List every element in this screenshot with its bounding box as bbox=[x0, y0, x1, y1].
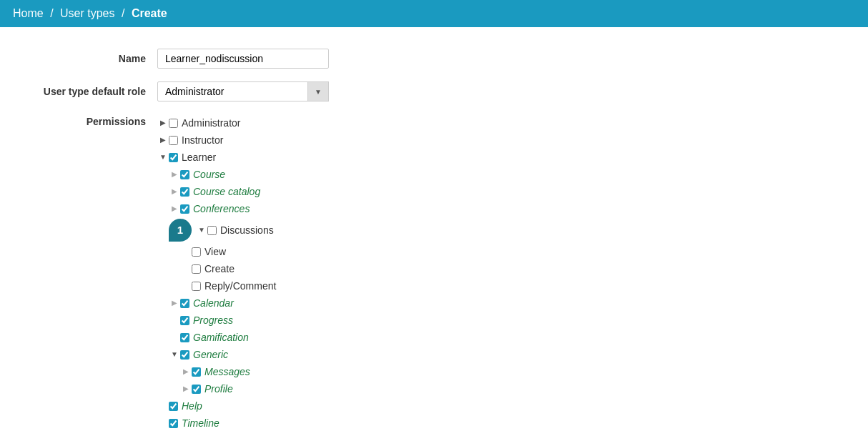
create-discussion-label: Create bbox=[204, 262, 235, 276]
chevron-right-icon[interactable] bbox=[169, 167, 180, 182]
list-item: Calendar bbox=[157, 294, 839, 312]
list-item: Instructor bbox=[157, 132, 839, 149]
discussions-checkbox[interactable] bbox=[207, 226, 217, 235]
list-item: Administrator bbox=[157, 114, 839, 132]
messages-checkbox[interactable] bbox=[192, 367, 201, 377]
chevron-right-icon[interactable] bbox=[157, 133, 169, 147]
permissions-row: Permissions Administrator Instructor Lea… bbox=[29, 114, 839, 432]
create-discussion-checkbox[interactable] bbox=[192, 264, 201, 274]
messages-label: Messages bbox=[204, 365, 250, 379]
course-catalog-label: Course catalog bbox=[193, 184, 260, 199]
list-item: Learner bbox=[157, 149, 839, 166]
list-item: Course catalog bbox=[157, 183, 839, 200]
discussions-label: Discussions bbox=[220, 223, 274, 237]
list-item: Timeline bbox=[157, 415, 839, 432]
calendar-label: Calendar bbox=[193, 296, 234, 310]
chevron-right-icon[interactable] bbox=[157, 116, 169, 130]
chevron-right-icon[interactable] bbox=[169, 296, 180, 310]
header: Home / User types / Create bbox=[0, 0, 868, 27]
permissions-label: Permissions bbox=[29, 114, 157, 127]
progress-checkbox[interactable] bbox=[180, 316, 189, 325]
instructor-checkbox[interactable] bbox=[169, 136, 178, 145]
list-item: Course bbox=[157, 166, 839, 183]
breadcrumb: Home / User types / Create bbox=[13, 7, 167, 19]
list-item: Conferences bbox=[157, 200, 839, 217]
list-item: Generic bbox=[157, 346, 839, 363]
administrator-label: Administrator bbox=[182, 116, 240, 130]
home-link[interactable]: Home bbox=[13, 7, 44, 19]
administrator-checkbox[interactable] bbox=[169, 119, 178, 128]
reply-comment-checkbox[interactable] bbox=[192, 282, 201, 291]
help-checkbox[interactable] bbox=[169, 402, 178, 411]
list-item: Help bbox=[157, 397, 839, 415]
chevron-down-icon[interactable] bbox=[157, 150, 169, 164]
timeline-checkbox[interactable] bbox=[169, 419, 178, 428]
profile-checkbox[interactable] bbox=[192, 385, 201, 394]
course-catalog-checkbox[interactable] bbox=[180, 187, 189, 197]
gamification-checkbox[interactable] bbox=[180, 333, 189, 342]
view-checkbox[interactable] bbox=[192, 247, 201, 257]
role-select[interactable]: Administrator Instructor Learner bbox=[157, 81, 329, 101]
user-types-link[interactable]: User types bbox=[60, 7, 114, 19]
generic-label: Generic bbox=[193, 347, 228, 362]
conferences-checkbox[interactable] bbox=[180, 204, 189, 214]
course-checkbox[interactable] bbox=[180, 170, 189, 179]
chevron-down-icon[interactable] bbox=[169, 347, 180, 362]
profile-label: Profile bbox=[204, 382, 233, 396]
chevron-down-icon[interactable] bbox=[196, 223, 207, 237]
help-label: Help bbox=[182, 399, 202, 413]
course-label: Course bbox=[193, 167, 225, 182]
list-item: Profile bbox=[157, 380, 839, 397]
chevron-right-icon[interactable] bbox=[180, 382, 192, 396]
breadcrumb-sep2: / bbox=[122, 7, 124, 19]
learner-checkbox[interactable] bbox=[169, 153, 178, 162]
instructor-label: Instructor bbox=[182, 133, 223, 147]
permissions-tree: Administrator Instructor Learner Course bbox=[157, 114, 839, 432]
learner-label: Learner bbox=[182, 150, 216, 164]
list-item: View bbox=[157, 243, 839, 260]
reply-comment-label: Reply/Comment bbox=[204, 279, 276, 293]
role-row: User type default role Administrator Ins… bbox=[29, 81, 839, 101]
breadcrumb-sep1: / bbox=[50, 7, 53, 19]
conferences-label: Conferences bbox=[193, 202, 250, 216]
list-item: Messages bbox=[157, 363, 839, 380]
chevron-right-icon[interactable] bbox=[180, 365, 192, 379]
chevron-right-icon[interactable] bbox=[169, 202, 180, 216]
list-item: Progress bbox=[157, 312, 839, 329]
chevron-right-icon[interactable] bbox=[169, 184, 180, 199]
list-item: Gamification bbox=[157, 329, 839, 346]
balloon-1: 1 bbox=[169, 219, 192, 242]
breadcrumb-current: Create bbox=[132, 7, 167, 19]
role-label: User type default role bbox=[29, 86, 157, 97]
gamification-label: Gamification bbox=[193, 330, 249, 345]
calendar-checkbox[interactable] bbox=[180, 299, 189, 308]
list-item: Reply/Comment bbox=[157, 277, 839, 294]
view-label: View bbox=[204, 244, 226, 259]
timeline-label: Timeline bbox=[182, 416, 220, 430]
name-label: Name bbox=[29, 53, 157, 64]
progress-label: Progress bbox=[193, 313, 233, 327]
name-row: Name bbox=[29, 49, 839, 69]
list-item: Create bbox=[157, 260, 839, 277]
name-input[interactable] bbox=[157, 49, 329, 69]
generic-checkbox[interactable] bbox=[180, 350, 189, 360]
list-item: 1 Discussions bbox=[157, 217, 839, 243]
role-select-wrap: Administrator Instructor Learner ▼ bbox=[157, 81, 329, 101]
